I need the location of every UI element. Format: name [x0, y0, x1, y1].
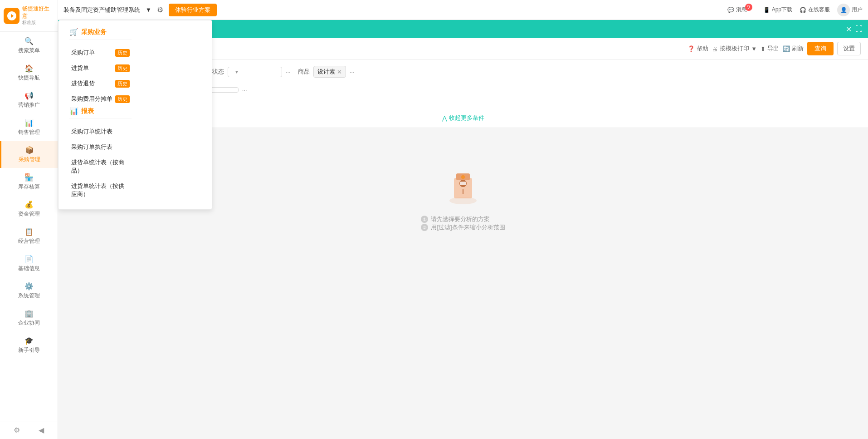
print-label: 按模板打印 [720, 44, 749, 53]
report-section-title: 📊 报表 [69, 107, 132, 118]
report-order-stat-item[interactable]: 采购订单统计表 [69, 124, 132, 139]
purchase-goods-in-item[interactable]: 进货单 历史 [69, 60, 132, 76]
sidebar-bottom: ⚙ ◀ [0, 421, 58, 439]
marketing-icon: 📢 [24, 91, 34, 100]
sidebar-item-sales[interactable]: 📊 销售管理 [0, 113, 58, 141]
topbar-settings-icon[interactable]: ⚙ [157, 5, 163, 14]
report-goods-stat-label: 进货单统计表（按商品） [71, 158, 130, 175]
purchase-return-item[interactable]: 进货退货 历史 [69, 76, 132, 91]
sidebar-item-corp-label: 企业协同 [18, 319, 40, 327]
basic-info-icon: 📄 [24, 254, 34, 263]
sidebar-item-inventory-label: 库存核算 [18, 183, 40, 191]
report-section: 📊 报表 采购订单统计表 采购订单执行表 进货单统计表（按商品） 进货单统计表（… [66, 107, 135, 202]
sidebar-item-sales-label: 销售管理 [18, 128, 40, 136]
inventory-icon: 🏪 [24, 173, 34, 182]
settings-bottom-icon[interactable]: ⚙ [14, 426, 20, 434]
system-title: 装备及固定资产辅助管理系统 [63, 6, 140, 14]
app-download-btn[interactable]: 📱 App下载 [763, 6, 792, 14]
sidebar-item-guide-label: 新手引导 [18, 346, 40, 354]
report-order-exec-item[interactable]: 采购订单执行表 [69, 139, 132, 155]
sidebar-item-marketing[interactable]: 📢 营销推广 [0, 86, 58, 113]
notification-area[interactable]: 💬 消息 9 [727, 6, 756, 14]
tabbar-right-controls: ✕ ⛶ [846, 25, 863, 34]
purchase-order-item[interactable]: 采购订单 历史 [69, 45, 132, 60]
headset-icon: 🎧 [800, 7, 806, 13]
help-icon: ❓ [688, 45, 695, 52]
menu-divider [139, 28, 139, 107]
topbar-right: 💬 消息 9 📱 App下载 🎧 在线客服 👤 用户 [727, 4, 863, 16]
help-btn[interactable]: ❓ 帮助 [688, 44, 708, 53]
sidebar-item-operation[interactable]: 📋 经营管理 [0, 222, 58, 250]
goods-more[interactable]: ··· [350, 69, 355, 75]
sidebar-item-purchase[interactable]: 📦 采购管理 [0, 141, 58, 168]
empty-step-1: ① 请先选择要分析的方案 [421, 215, 505, 223]
collapse-sidebar-icon[interactable]: ◀ [39, 426, 44, 434]
finance-icon: 💰 [24, 200, 34, 209]
system-icon: ⚙️ [24, 281, 34, 291]
sidebar-nav: 🔍 搜索菜单 🏠 快捷导航 📢 营销推广 📊 销售管理 📦 采购管理 🏪 [0, 32, 58, 421]
sidebar-item-inventory[interactable]: 🏪 库存核算 [0, 168, 58, 195]
message-icon: 💬 [727, 7, 734, 13]
sidebar-item-quick-nav[interactable]: 🏠 快捷导航 [0, 59, 58, 86]
topbar: 装备及固定资产辅助管理系统 ▼ ⚙ 体验行业方案 💬 消息 9 📱 App下载 … [58, 0, 868, 20]
goods-tag-close[interactable]: ✕ [337, 69, 342, 75]
collapse-label: 收起更多条件 [449, 114, 484, 122]
collapse-up-icon: ⋀ [442, 115, 447, 122]
print-btn[interactable]: 🖨 按模板打印 ▼ [712, 44, 757, 53]
sales-rep-more[interactable]: ··· [242, 87, 247, 94]
report-section-icon: 📊 [69, 107, 78, 115]
sidebar-item-finance[interactable]: 💰 资金管理 [0, 195, 58, 222]
user-area[interactable]: 👤 用户 [837, 4, 863, 16]
report-supplier-stat-item[interactable]: 进货单统计表（按供应商） [69, 178, 132, 202]
sidebar-item-finance-label: 资金管理 [18, 210, 40, 218]
query-btn[interactable]: 查询 [807, 42, 834, 55]
purchase-goods-in-badge: 历史 [115, 64, 130, 72]
purchase-section: 🛒 采购业务 采购订单 历史 进货单 历史 进货退货 历史 采购费用分摊单 历史 [66, 28, 135, 107]
goods-filter: 商品 设计素 ✕ ··· [298, 66, 355, 78]
sidebar-item-guide[interactable]: 🎓 新手引导 [0, 331, 58, 359]
report-goods-stat-item[interactable]: 进货单统计表（按商品） [69, 155, 132, 178]
empty-step1-text: 请先选择要分析的方案 [431, 215, 490, 223]
purchase-expense-item[interactable]: 采购费用分摊单 历史 [69, 91, 132, 107]
settings-btn[interactable]: 设置 [837, 42, 861, 55]
purchase-icon: 📦 [25, 145, 34, 154]
purchase-return-badge: 历史 [115, 80, 130, 88]
goods-label: 商品 [298, 68, 310, 76]
sidebar-item-search-label: 搜索菜单 [18, 47, 40, 54]
system-dropdown[interactable]: ▼ [146, 6, 151, 13]
empty-step-2: ② 用[过滤]条件来缩小分析范围 [421, 223, 505, 232]
sidebar-item-basic-info[interactable]: 📄 基础信息 [0, 250, 58, 277]
empty-steps: ① 请先选择要分析的方案 ② 用[过滤]条件来缩小分析范围 [421, 215, 505, 232]
guide-icon: 🎓 [24, 336, 34, 345]
purchase-section-title: 🛒 采购业务 [69, 28, 132, 39]
close-tab-icon[interactable]: ✕ [846, 25, 852, 34]
logo-text: 畅捷通好生意 [22, 5, 54, 20]
order-status-more[interactable]: ··· [286, 69, 291, 75]
order-status-select[interactable]: ▼ [228, 67, 282, 77]
purchase-section-label: 采购业务 [81, 28, 107, 36]
expand-icon[interactable]: ⛶ [855, 25, 863, 33]
online-service-label: 在线客服 [808, 6, 830, 14]
sidebar-item-corp[interactable]: 🏢 企业协同 [0, 304, 58, 331]
user-avatar: 👤 [837, 4, 850, 16]
svg-point-6 [461, 175, 465, 179]
order-status-filter: 单据状态 ▼ ··· [200, 67, 291, 77]
logo-area: 畅捷通好生意 标准版 [0, 0, 58, 32]
sidebar-item-purchase-label: 采购管理 [19, 156, 40, 163]
app-download-label: App下载 [772, 6, 792, 14]
empty-illustration [440, 164, 486, 210]
export-label: 导出 [767, 44, 779, 53]
empty-step2-text: 用[过滤]条件来缩小分析范围 [431, 223, 505, 232]
online-service-btn[interactable]: 🎧 在线客服 [800, 6, 830, 14]
sidebar-item-system-label: 系统管理 [18, 292, 40, 300]
refresh-icon: 🔄 [783, 45, 790, 52]
refresh-btn[interactable]: 🔄 刷新 [783, 44, 804, 53]
industry-btn[interactable]: 体验行业方案 [169, 4, 217, 16]
export-btn[interactable]: ⬆ 导出 [761, 44, 779, 53]
sidebar-item-search[interactable]: 🔍 搜索菜单 [0, 32, 58, 59]
purchase-order-badge: 历史 [115, 49, 130, 57]
print-icon: 🖨 [712, 45, 718, 52]
sidebar-item-system[interactable]: ⚙️ 系统管理 [0, 277, 58, 304]
refresh-label: 刷新 [792, 44, 804, 53]
goods-tag: 设计素 ✕ [313, 66, 346, 78]
